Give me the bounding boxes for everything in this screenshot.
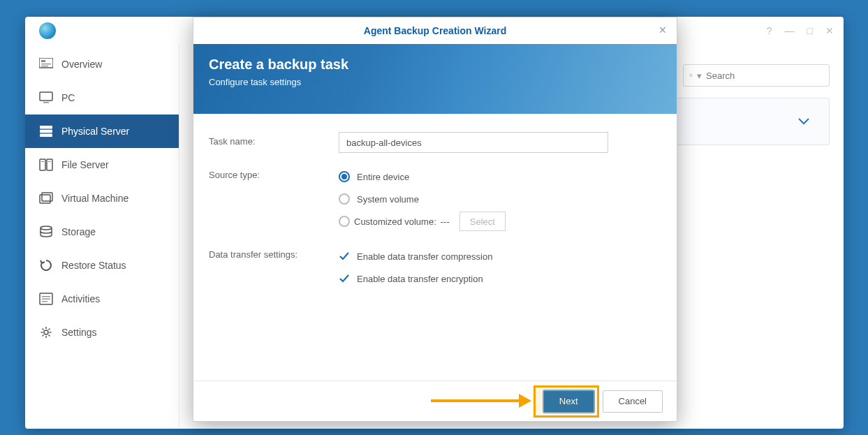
vm-icon <box>39 192 53 205</box>
select-volume-button[interactable]: Select <box>459 212 506 231</box>
wizard-header: Create a backup task Configure task sett… <box>193 44 677 114</box>
help-icon[interactable]: ? <box>767 25 772 36</box>
checkbox-compression-label: Enable data transfer compression <box>357 251 492 262</box>
svg-rect-7 <box>40 130 52 133</box>
sidebar-item-label: PC <box>61 92 75 103</box>
checkbox-encryption-label: Enable data transfer encryption <box>357 274 483 284</box>
sidebar-item-file-server[interactable]: File Server <box>25 148 179 182</box>
search-input[interactable]: ▾ <box>683 64 830 87</box>
svg-rect-10 <box>47 159 52 170</box>
svg-point-20 <box>44 330 48 334</box>
svg-rect-19 <box>42 301 47 302</box>
task-name-input[interactable] <box>339 132 608 153</box>
svg-point-21 <box>690 74 692 76</box>
sidebar-item-restore-status[interactable]: Restore Status <box>25 249 179 282</box>
radio-system-label: System volume <box>357 194 419 205</box>
close-icon[interactable]: ✕ <box>659 24 667 36</box>
wizard-title: Agent Backup Creation Wizard <box>364 25 506 36</box>
sidebar: Overview PC Physical Server File Server … <box>25 45 179 429</box>
svg-rect-2 <box>41 64 51 64</box>
pc-icon <box>39 91 53 104</box>
sidebar-item-label: Physical Server <box>61 126 129 137</box>
server-icon <box>39 125 53 138</box>
svg-rect-9 <box>40 159 45 170</box>
sidebar-item-overview[interactable]: Overview <box>25 47 179 81</box>
sidebar-item-physical-server[interactable]: Physical Server <box>25 115 179 148</box>
svg-rect-8 <box>40 134 52 138</box>
svg-rect-3 <box>41 66 48 66</box>
cancel-button[interactable]: Cancel <box>603 390 663 413</box>
sidebar-item-label: Activities <box>61 293 100 304</box>
checkbox-compression[interactable] <box>339 251 350 262</box>
search-dropdown-icon[interactable]: ▾ <box>697 71 702 81</box>
wizard-footer: Next Cancel <box>193 381 677 421</box>
sidebar-item-label: Settings <box>61 327 97 338</box>
gear-icon <box>39 326 53 339</box>
sidebar-item-label: Virtual Machine <box>61 193 128 204</box>
wizard-body: Task name: Source type: Entire device Sy… <box>193 114 677 381</box>
sidebar-item-pc[interactable]: PC <box>25 81 179 115</box>
radio-system-volume[interactable] <box>339 193 350 205</box>
radio-entire-label: Entire device <box>357 172 409 182</box>
app-logo-icon <box>39 22 56 39</box>
task-name-label: Task name: <box>209 132 339 153</box>
overview-icon <box>39 58 53 71</box>
svg-rect-18 <box>42 299 50 300</box>
sidebar-item-settings[interactable]: Settings <box>25 316 179 349</box>
chevron-down-icon[interactable] <box>798 115 809 128</box>
custom-volume-value: --- <box>441 216 450 227</box>
svg-rect-17 <box>42 296 50 297</box>
svg-rect-1 <box>41 60 45 62</box>
maximize-icon[interactable]: □ <box>807 25 813 36</box>
sidebar-item-virtual-machine[interactable]: Virtual Machine <box>25 182 179 215</box>
file-server-icon <box>39 158 53 171</box>
svg-rect-6 <box>40 126 52 129</box>
sidebar-item-label: Restore Status <box>61 260 126 271</box>
close-icon[interactable]: ✕ <box>825 25 834 36</box>
svg-rect-12 <box>48 161 51 162</box>
next-button[interactable]: Next <box>543 390 594 413</box>
search-text-field[interactable] <box>706 71 823 81</box>
radio-customized-volume[interactable] <box>339 216 350 227</box>
sidebar-item-activities[interactable]: Activities <box>25 282 179 316</box>
restore-icon <box>39 259 53 272</box>
wizard-dialog: Agent Backup Creation Wizard ✕ Create a … <box>193 17 677 422</box>
activities-icon <box>39 293 53 305</box>
svg-rect-4 <box>40 92 52 101</box>
svg-line-22 <box>691 76 692 77</box>
svg-rect-11 <box>41 161 44 162</box>
search-icon <box>689 71 693 80</box>
annotation-arrow-icon <box>429 392 533 409</box>
wizard-heading: Create a backup task <box>209 57 661 73</box>
sidebar-item-storage[interactable]: Storage <box>25 215 179 249</box>
radio-custom-label: Customized volume: <box>354 216 436 227</box>
sidebar-item-label: Storage <box>61 226 96 237</box>
svg-point-15 <box>41 226 52 230</box>
svg-rect-5 <box>43 102 49 103</box>
sidebar-item-label: Overview <box>61 59 102 70</box>
storage-icon <box>39 226 53 238</box>
radio-entire-device[interactable] <box>339 171 350 182</box>
data-transfer-label: Data transfer settings: <box>209 245 339 290</box>
wizard-titlebar: Agent Backup Creation Wizard ✕ <box>193 17 677 44</box>
source-type-label: Source type: <box>209 165 339 233</box>
sidebar-item-label: File Server <box>61 159 109 170</box>
wizard-subheading: Configure task settings <box>209 77 661 87</box>
checkbox-encryption[interactable] <box>339 273 350 284</box>
minimize-icon[interactable]: — <box>785 25 795 36</box>
